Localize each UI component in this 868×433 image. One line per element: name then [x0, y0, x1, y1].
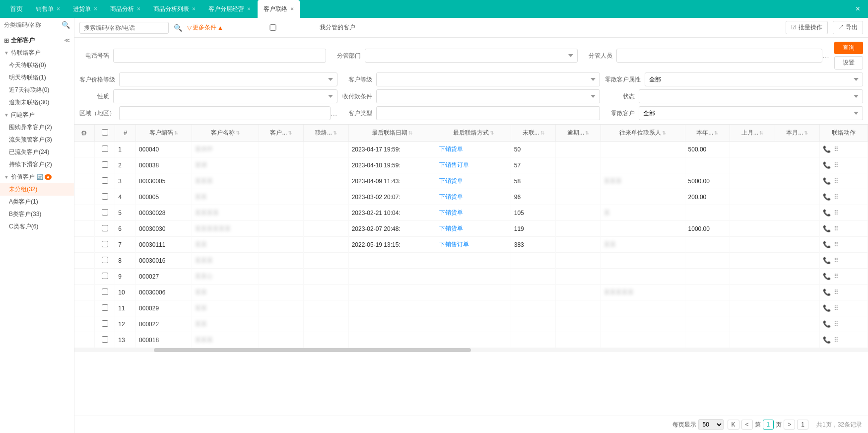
filter-select-dept[interactable]	[365, 49, 578, 63]
page-size-select[interactable]: 50 20 100	[698, 419, 724, 430]
nav-tab-product-analysis-list[interactable]: 商品分析列表 ×	[147, 0, 201, 18]
filter-input-phone[interactable]	[113, 49, 326, 63]
more-action-icon[interactable]: ⠿	[834, 225, 839, 232]
filter-select-retail-attr[interactable]: 全部	[645, 72, 863, 86]
row-checkbox[interactable]	[102, 161, 108, 168]
filter-select-payment[interactable]	[376, 89, 601, 103]
more-action-icon[interactable]: ⠿	[834, 336, 839, 344]
search-input[interactable]	[79, 22, 169, 34]
filter-select-customer-level[interactable]	[376, 72, 601, 86]
more-conditions-btn[interactable]: ▽ 更多条件 ▲	[187, 23, 223, 32]
row-checkbox[interactable]	[102, 177, 108, 184]
more-action-icon[interactable]: ⠿	[834, 161, 839, 169]
sidebar-group-pending-contact[interactable]: ▼ 待联络客户	[0, 47, 74, 59]
sidebar-all-customers[interactable]: ⊞ 全部客户 ≪	[0, 32, 74, 47]
filter-select-retail[interactable]: 全部	[639, 106, 863, 120]
col-last-contact-method[interactable]: 最后联络方式⇅	[436, 125, 511, 142]
row-checkbox[interactable]	[102, 209, 108, 216]
sidebar-collapse-btn[interactable]: ≪	[64, 37, 70, 44]
phone-icon[interactable]: 📞	[823, 161, 831, 169]
sidebar-group-problem-customers[interactable]: ▼ 问题客户	[0, 109, 74, 121]
nav-tab-customer-contact[interactable]: 客户联络 ×	[258, 0, 300, 18]
filter-input-person[interactable]	[616, 49, 822, 63]
nav-tab-customer-segment[interactable]: 客户分层经营 ×	[202, 0, 257, 18]
phone-icon[interactable]: 📞	[823, 336, 831, 344]
close-product-analysis-list-tab[interactable]: ×	[192, 5, 196, 12]
sidebar-item-today-pending[interactable]: 今天待联络(0)	[0, 59, 74, 72]
row-checkbox[interactable]	[102, 289, 108, 295]
col-overdue[interactable]: 逾期...⇅	[556, 125, 601, 142]
contact-method-link[interactable]: 下销货单	[439, 145, 463, 152]
close-product-analysis-tab[interactable]: ×	[137, 5, 140, 12]
export-button[interactable]: ↗ 导出	[833, 21, 863, 34]
nav-home[interactable]: 首页	[4, 4, 29, 13]
query-button[interactable]: 查询	[834, 42, 863, 54]
close-purchase-tab[interactable]: ×	[94, 5, 97, 12]
region-dots-btn[interactable]: …	[331, 109, 337, 117]
phone-icon[interactable]: 📞	[823, 177, 831, 185]
search-button[interactable]: 🔍	[174, 24, 182, 32]
row-checkbox[interactable]	[102, 257, 108, 263]
filter-input-region[interactable]	[119, 106, 331, 120]
sidebar-item-class-c[interactable]: C类客户(6)	[0, 220, 74, 233]
contact-method-link[interactable]: 下销货单	[439, 225, 463, 232]
sidebar-item-class-b[interactable]: B类客户(33)	[0, 208, 74, 220]
row-checkbox[interactable]	[102, 336, 108, 343]
close-customer-segment-tab[interactable]: ×	[247, 5, 251, 12]
close-all-btn[interactable]: ×	[852, 4, 864, 13]
more-action-icon[interactable]: ⠿	[834, 273, 839, 280]
more-action-icon[interactable]: ⠿	[834, 257, 839, 264]
phone-icon[interactable]: 📞	[823, 320, 831, 328]
close-sales-tab[interactable]: ×	[57, 5, 60, 12]
refresh-icon[interactable]: 🔄	[37, 174, 44, 180]
nav-tab-purchase[interactable]: 进货单 ×	[67, 0, 103, 18]
prev-page-btn[interactable]: <	[741, 420, 753, 430]
sidebar-search-input[interactable]	[4, 21, 62, 28]
filter-select-price-level[interactable]	[119, 72, 337, 86]
more-action-icon[interactable]: ⠿	[834, 209, 839, 216]
more-action-icon[interactable]: ⠿	[834, 241, 839, 248]
next-page-btn[interactable]: >	[784, 420, 795, 430]
contact-method-link[interactable]: 下销货单	[439, 209, 463, 216]
contact-method-link[interactable]: 下销售订单	[439, 161, 469, 168]
close-customer-contact-tab[interactable]: ×	[290, 5, 294, 12]
col-last-contact-date[interactable]: 最后联络日期⇅	[348, 125, 436, 142]
more-action-icon[interactable]: ⠿	[834, 193, 839, 201]
phone-icon[interactable]: 📞	[823, 145, 831, 153]
col-contact[interactable]: 联络...⇅	[304, 125, 349, 142]
person-dots-btn[interactable]: …	[822, 52, 829, 60]
row-checkbox[interactable]	[102, 193, 108, 200]
settings-icon[interactable]: ⚙	[81, 129, 87, 137]
col-customer-code[interactable]: 客户编码⇅	[136, 125, 192, 142]
sidebar-item-hoarding[interactable]: 囤购异常客户(2)	[0, 121, 74, 134]
more-action-icon[interactable]: ⠿	[834, 145, 839, 153]
phone-icon[interactable]: 📞	[823, 273, 831, 280]
select-all-checkbox[interactable]	[102, 129, 108, 136]
more-action-icon[interactable]: ⠿	[834, 320, 839, 328]
sidebar-item-declining[interactable]: 持续下滑客户(2)	[0, 158, 74, 171]
row-checkbox[interactable]	[102, 241, 108, 247]
nav-tab-sales[interactable]: 销售单 ×	[30, 0, 66, 18]
phone-icon[interactable]: 📞	[823, 304, 831, 312]
sidebar-group-value-customers[interactable]: ▼ 价值客户 🔄 ●	[0, 171, 74, 183]
phone-icon[interactable]: 📞	[823, 225, 831, 232]
phone-icon[interactable]: 📞	[823, 241, 831, 248]
phone-icon[interactable]: 📞	[823, 289, 831, 296]
col-customer-type[interactable]: 客户...⇅	[259, 125, 304, 142]
nav-tab-product-analysis[interactable]: 商品分析 ×	[104, 0, 146, 18]
table-scrollbar[interactable]	[74, 348, 868, 352]
col-customer-name[interactable]: 客户名称⇅	[192, 125, 259, 142]
row-checkbox[interactable]	[102, 304, 108, 311]
sidebar-item-ungrouped[interactable]: 未分组(32)	[0, 183, 74, 196]
col-this-year[interactable]: 本年...⇅	[685, 125, 730, 142]
first-page-btn[interactable]: K	[728, 420, 739, 430]
sidebar-item-churned[interactable]: 已流失客户(24)	[0, 146, 74, 158]
my-customers-checkbox[interactable]	[228, 24, 318, 31]
last-page-btn[interactable]: 1	[797, 420, 808, 430]
sidebar-item-overdue-pending[interactable]: 逾期未联络(30)	[0, 96, 74, 109]
filter-input-cust-type[interactable]	[376, 106, 601, 120]
col-no-contact-days[interactable]: 未联...⇅	[511, 125, 556, 142]
filter-select-status[interactable]	[639, 89, 863, 103]
row-checkbox[interactable]	[102, 320, 108, 327]
row-checkbox[interactable]	[102, 145, 108, 152]
